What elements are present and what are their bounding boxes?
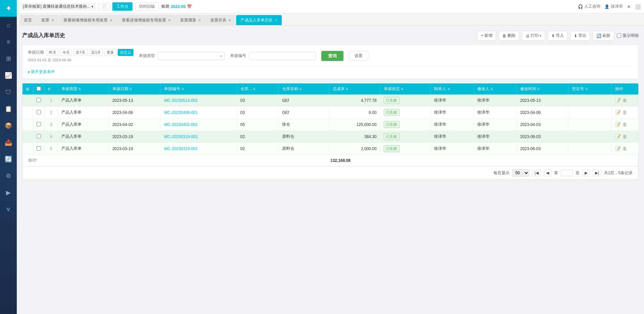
page-num-input[interactable]: 1 [561,170,573,176]
status-col-header[interactable]: 单据状态 ⇅ [380,83,431,95]
custom-btn[interactable]: 自定义 [118,49,133,56]
modify-time-col-header[interactable]: 修改时间 ⇅ [517,83,569,95]
sidebar-item-security[interactable]: 🛡 [0,84,17,101]
row-delete-icon-1[interactable]: 🗑 [623,110,627,115]
expand-filter-btn[interactable]: ▾ 展开更多条件 [28,69,633,75]
display-toggle-checkbox[interactable] [617,34,621,38]
company-selector[interactable]: (库存核算) 直播轻途通信息技术股份... ▾ [20,3,96,10]
tab-purchase-vat-close[interactable]: ✕ [168,18,171,22]
sidebar-item-version[interactable]: V [0,201,17,218]
tab-sales-vat-close[interactable]: ✕ [110,18,112,22]
tab-invoice-calc[interactable]: 发票测算 ✕ [176,15,205,25]
row-checkbox-0[interactable] [37,98,41,102]
sidebar-item-menu2[interactable]: ⊞ [0,50,17,67]
number-filter-input[interactable] [249,52,316,60]
row-checkbox-2[interactable] [37,122,41,126]
delete-button[interactable]: 🗑 删除 [499,31,519,41]
print-button[interactable]: 🖨 打印 ▾ [522,31,545,41]
row-checkbox-1[interactable] [37,110,41,114]
new-button[interactable]: + 新增 [477,31,496,41]
row-number-link-2[interactable]: MC-20230402-001 [164,122,198,127]
sidebar-item-play[interactable]: ▶ [0,184,17,201]
tab-product-history-close[interactable]: ✕ [275,18,277,22]
first-page-btn[interactable]: |◀ [532,170,541,176]
tab-invoice-open[interactable]: 发票开具 ✕ [206,15,235,25]
close-window-btn[interactable]: ✕ [627,4,631,9]
support-btn[interactable]: 🎧 人工咨询 [578,4,600,9]
settings-col-header[interactable]: ⚙ [22,83,33,95]
row-edit-icon-2[interactable]: 📝 [615,122,621,127]
row-checkbox-cell-0[interactable] [33,95,45,107]
app-logo[interactable]: ✦ [0,0,17,17]
import-button[interactable]: ⬆ 导入 [548,31,568,41]
row-number-link-0[interactable]: MC-20230513-001 [164,98,198,103]
tab-invoice-open-close[interactable]: ✕ [228,18,231,22]
checkbox-col-header[interactable] [33,83,45,95]
prev-page-btn[interactable]: ◀ [544,170,551,176]
row-delete-icon-0[interactable]: 🗑 [623,98,627,103]
switch-version-button[interactable]: 切到旧版 [135,2,159,11]
wh-name-col-header[interactable]: 仓库名称 ⇅ [278,83,329,95]
last-page-btn[interactable]: ▶| [593,170,601,176]
tab-invoice[interactable]: 发票 ✕ [37,15,58,25]
tab-invoice-close[interactable]: ✕ [51,18,54,22]
week-btn[interactable]: 近7天 [73,49,88,56]
sidebar-item-analytics[interactable]: 📈 [0,67,17,84]
workbench-button[interactable]: 工作台 [112,2,132,11]
number-col-header[interactable]: 单据编号 ⇅ [161,83,237,95]
refresh-button[interactable]: 🔄 刷新 [593,31,614,41]
row-checkbox-cell-4[interactable] [33,143,45,155]
row-checkbox-cell-2[interactable] [33,119,45,131]
sidebar-item-upload[interactable]: 📤 [0,134,17,151]
select-all-checkbox[interactable] [37,86,41,91]
row-edit-icon-4[interactable]: 📝 [615,146,621,151]
row-number-2[interactable]: MC-20230402-001 [161,119,237,131]
maximize-window-btn[interactable]: ⬜ [635,4,641,9]
modifier-col-header[interactable]: 修改人 ⇅ [474,83,517,95]
tab-purchase-vat[interactable]: 查看进项增值税专用发票 ✕ [117,15,175,25]
display-toggle[interactable]: 显示明细 [617,33,639,39]
type-select[interactable] [158,52,225,60]
reset-button[interactable]: 设置 [349,51,368,61]
row-checkbox-4[interactable] [37,146,41,150]
creator-col-header[interactable]: 制单人 ⇅ [431,83,474,95]
wh-code-col-header[interactable]: 仓库... ⇅ [237,83,278,95]
tab-product-history[interactable]: 产成品入库单历史 ✕ [236,15,282,25]
row-checkbox-cell-1[interactable] [33,107,45,119]
cost-col-header[interactable]: 总成本 ⇅ [329,83,380,95]
row-delete-icon-3[interactable]: 🗑 [623,134,627,139]
sidebar-item-settings[interactable]: ⚙ [0,168,17,184]
sidebar-item-home[interactable]: ⌂ [0,17,17,34]
page-size-select[interactable]: 50 10 20 100 [512,169,529,177]
row-number-link-3[interactable]: MC-20230319-002 [164,134,198,139]
calendar-icon[interactable]: 📅 [187,4,192,9]
row-number-link-4[interactable]: MC-20230319-001 [164,146,198,151]
row-number-4[interactable]: MC-20230319-001 [161,143,237,155]
tab-home[interactable]: 首页 [19,15,36,25]
document-btn[interactable]: 📄 [99,3,110,10]
row-edit-icon-3[interactable]: 📝 [615,134,621,139]
yesterday-btn[interactable]: 昨天 [47,49,59,56]
export-button[interactable]: ⬇ 导出 [570,31,590,41]
sidebar-item-forms[interactable]: 📋 [0,101,17,117]
row-checkbox-cell-3[interactable] [33,131,45,143]
query-button[interactable]: 查询 [321,51,343,61]
row-checkbox-3[interactable] [37,134,41,138]
sidebar-item-inventory[interactable]: 📦 [0,117,17,134]
row-delete-icon-4[interactable]: 🗑 [623,146,627,151]
tab-sales-vat[interactable]: 查看销项增值税专用发票 ✕ [59,15,117,25]
sidebar-item-menu1[interactable]: ≡ [0,34,17,50]
voucher-col-header[interactable]: 凭证号 ⇅ [569,83,611,95]
more-btn[interactable]: 更多 [104,49,116,56]
row-edit-icon-1[interactable]: 📝 [615,110,621,115]
user-menu[interactable]: 👤 徐泽华 [604,4,623,9]
type-col-header[interactable]: 单据类型 ⇅ [58,83,109,95]
next-page-btn[interactable]: ▶ [582,170,590,176]
date-col-header[interactable]: 单据日期 ⇅ [109,83,161,95]
row-delete-icon-2[interactable]: 🗑 [623,122,627,127]
tab-invoice-calc-close[interactable]: ✕ [198,18,201,22]
row-edit-icon-0[interactable]: 📝 [615,98,621,103]
month-btn[interactable]: 近1月 [89,49,103,56]
today-btn[interactable]: 今天 [60,49,72,56]
row-number-link-1[interactable]: MC-20230406-001 [164,110,198,115]
